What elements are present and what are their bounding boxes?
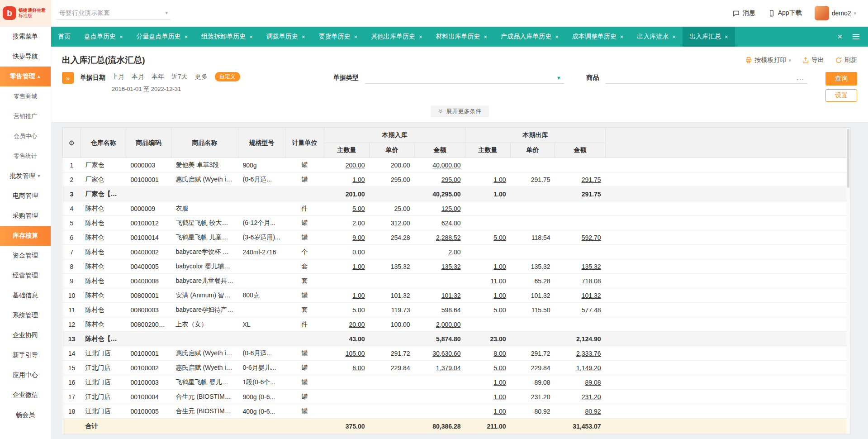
tab-close-icon[interactable]: × bbox=[725, 34, 728, 40]
drilldown-link[interactable]: 1.00 bbox=[352, 263, 365, 270]
tab-首页[interactable]: 首页 bbox=[51, 27, 77, 47]
header-unit[interactable]: 计量单位 bbox=[285, 128, 324, 158]
drilldown-link[interactable]: 6.00 bbox=[352, 364, 365, 372]
header-out-price[interactable]: 单价 bbox=[511, 143, 555, 158]
table-row[interactable]: 12陈村仓008002000...上衣（女）XL件20.00100.002,00… bbox=[63, 317, 850, 332]
table-row[interactable]: 1厂家仓0000003爱他美 卓萃3段900g罐200.00200.0040,0… bbox=[63, 158, 850, 172]
header-out-amount[interactable]: 金额 bbox=[555, 143, 606, 158]
tab-close-icon[interactable]: × bbox=[249, 34, 253, 40]
tab-出入库汇总[interactable]: 出入库汇总× bbox=[683, 27, 735, 47]
vertical-scrollbar[interactable] bbox=[846, 128, 850, 434]
tab-close-icon[interactable]: × bbox=[419, 34, 422, 40]
table-summary-row[interactable]: 3厂家仓【小...201.0040,295.001.00291.75 bbox=[63, 187, 850, 201]
refresh-button[interactable]: 刷新 bbox=[835, 56, 857, 64]
table-row[interactable]: 9陈村仓00400008babycare儿童餐具 婴...套11.0065.28… bbox=[63, 274, 850, 288]
doc-type-select[interactable]: ▼ bbox=[365, 72, 564, 84]
app-download-button[interactable]: App下载 bbox=[768, 9, 802, 17]
search-button[interactable]: 查询 bbox=[825, 72, 857, 86]
header-out-qty[interactable]: 主数量 bbox=[465, 143, 511, 158]
drilldown-link[interactable]: 1.00 bbox=[352, 176, 365, 183]
tab-成本调整单历史[interactable]: 成本调整单历史× bbox=[565, 27, 631, 47]
sidebar-item-经营管理[interactable]: 经营管理 bbox=[0, 266, 51, 286]
tab-分量盘点单历史[interactable]: 分量盘点单历史× bbox=[130, 27, 195, 47]
drilldown-link[interactable]: 624.00 bbox=[441, 220, 461, 227]
drilldown-link[interactable]: 718.08 bbox=[582, 277, 601, 285]
sidebar-item-营销推广[interactable]: 营销推广 bbox=[0, 106, 51, 126]
drilldown-link[interactable]: 592.70 bbox=[582, 234, 601, 241]
sidebar-item-系统管理[interactable]: 系统管理 bbox=[0, 305, 51, 325]
header-code[interactable]: 商品编码 bbox=[126, 128, 171, 158]
drilldown-link[interactable]: 2.00 bbox=[352, 220, 365, 227]
header-in-qty[interactable]: 主数量 bbox=[324, 143, 370, 158]
table-row[interactable]: 8陈村仓00400005babycolor 婴儿辅食机...套1.00135.3… bbox=[63, 259, 850, 274]
table-row[interactable]: 14江北门店00100001惠氏启赋 (Wyeth illu...(0-6月适.… bbox=[63, 346, 850, 361]
header-in-amount[interactable]: 金额 bbox=[415, 143, 465, 158]
table-row[interactable]: 6陈村仓00100014飞鹤星飞帆 儿童奶粉 4...(3-6岁适用)...罐9… bbox=[63, 230, 850, 245]
tab-产成品入库单历史[interactable]: 产成品入库单历史× bbox=[494, 27, 565, 47]
drilldown-link[interactable]: 1.00 bbox=[493, 393, 506, 401]
tab-close-icon[interactable]: × bbox=[672, 34, 676, 40]
header-name[interactable]: 商品名称 bbox=[171, 128, 238, 158]
tab-盘点单历史[interactable]: 盘点单历史× bbox=[77, 27, 130, 47]
sidebar-item-零售商城[interactable]: 零售商城 bbox=[0, 86, 51, 106]
sidebar-item-企业协同[interactable]: 企业协同 bbox=[0, 325, 51, 345]
drilldown-link[interactable]: 5.00 bbox=[493, 364, 506, 372]
drilldown-link[interactable]: 1.00 bbox=[493, 379, 506, 386]
tab-close-icon[interactable]: × bbox=[302, 34, 305, 40]
sidebar-item-零售统计[interactable]: 零售统计 bbox=[0, 146, 51, 166]
sidebar-item-搜索菜单[interactable]: 搜索菜单 bbox=[0, 27, 51, 47]
sidebar-item-会员中心[interactable]: 会员中心 bbox=[0, 126, 51, 146]
table-row[interactable]: 17江北门店00100004合生元 (BIOSTIME) ...900g (0-… bbox=[63, 390, 850, 404]
tab-材料出库单历史[interactable]: 材料出库单历史× bbox=[429, 27, 494, 47]
close-all-tabs-icon[interactable]: × bbox=[837, 33, 842, 41]
table-row[interactable]: 10陈村仓00800001安满 (Anmum) 智孕...800克罐1.0010… bbox=[63, 288, 850, 303]
drilldown-link[interactable]: 125.00 bbox=[441, 205, 461, 212]
expand-more-conditions[interactable]: 展开更多条件 bbox=[431, 105, 489, 117]
tab-list-menu-icon[interactable] bbox=[852, 33, 860, 40]
sidebar-item-畅会员[interactable]: 畅会员 bbox=[0, 405, 51, 425]
sidebar-item-快捷导航[interactable]: 快捷导航 bbox=[0, 47, 51, 67]
settings-button[interactable]: 设置 bbox=[825, 89, 857, 102]
drilldown-link[interactable]: 5.00 bbox=[493, 306, 506, 314]
tab-其他出库单历史[interactable]: 其他出库单历史× bbox=[364, 27, 429, 47]
table-row[interactable]: 11陈村仓00800003babycare孕妇待产包 ...套5.00119.7… bbox=[63, 303, 850, 317]
gear-icon[interactable]: ⚙ bbox=[69, 139, 75, 147]
drilldown-link[interactable]: 1.00 bbox=[493, 408, 506, 415]
drilldown-link[interactable]: 89.08 bbox=[585, 379, 601, 386]
drilldown-link[interactable]: 5.00 bbox=[493, 234, 506, 241]
sidebar-item-应用中心[interactable]: 应用中心 bbox=[0, 365, 51, 385]
drilldown-link[interactable]: 8.00 bbox=[493, 350, 506, 357]
drilldown-link[interactable]: 598.64 bbox=[441, 306, 461, 314]
table-row[interactable]: 5陈村仓00100012飞鹤星飞帆 较大婴儿配...(6-12个月...罐2.0… bbox=[63, 216, 850, 230]
table-row[interactable]: 16江北门店00100003飞鹤星飞帆 婴儿配方奶...1段(0-6个...罐1… bbox=[63, 375, 850, 390]
sidebar-item-库存核算[interactable]: 库存核算 bbox=[0, 226, 51, 246]
drilldown-link[interactable]: 11.00 bbox=[491, 277, 506, 285]
date-option-this-month[interactable]: 本月 bbox=[132, 73, 144, 81]
tab-出入库流水[interactable]: 出入库流水× bbox=[630, 27, 683, 47]
drilldown-link[interactable]: 231.20 bbox=[582, 393, 601, 401]
tab-close-icon[interactable]: × bbox=[555, 34, 559, 40]
sidebar-item-资金管理[interactable]: 资金管理 bbox=[0, 246, 51, 266]
date-range-value[interactable]: 2016-01-01 至 2022-12-31 bbox=[112, 85, 240, 93]
sidebar-item-企业微信[interactable]: 企业微信 bbox=[0, 385, 51, 405]
tab-组装拆卸单历史[interactable]: 组装拆卸单历史× bbox=[194, 27, 260, 47]
table-row[interactable]: 18江北门店00100005合生元 (BIOSTIME) ...400g (0-… bbox=[63, 404, 850, 419]
table-row[interactable]: 15江北门店00100002惠氏启赋 (Wyeth illu...0-6月婴儿.… bbox=[63, 361, 850, 375]
tab-close-icon[interactable]: × bbox=[354, 34, 357, 40]
sidebar-item-基础信息[interactable]: 基础信息 bbox=[0, 286, 51, 305]
drilldown-link[interactable]: 1.00 bbox=[352, 292, 365, 299]
drilldown-link[interactable]: 2.00 bbox=[448, 248, 460, 256]
tab-调拨单历史[interactable]: 调拨单历史× bbox=[260, 27, 312, 47]
drilldown-link[interactable]: 105.00 bbox=[346, 350, 365, 357]
product-input[interactable]: ... bbox=[606, 72, 807, 84]
column-settings-header[interactable]: ⚙ bbox=[63, 128, 81, 158]
drilldown-link[interactable]: 2,333.76 bbox=[576, 350, 601, 357]
sidebar-item-零售管理[interactable]: 零售管理▲ bbox=[0, 67, 51, 86]
sidebar-item-电商管理[interactable]: 电商管理 bbox=[0, 186, 51, 206]
sidebar-item-新手引导[interactable]: 新手引导 bbox=[0, 345, 51, 365]
drilldown-link[interactable]: 295.00 bbox=[441, 176, 461, 183]
drilldown-link[interactable]: 1,379.04 bbox=[436, 364, 461, 372]
drilldown-link[interactable]: 135.32 bbox=[582, 263, 601, 270]
drilldown-link[interactable]: 30,630.60 bbox=[432, 350, 460, 357]
table-row[interactable]: 2厂家仓00100001惠氏启赋 (Wyeth illu...(0-6月适...… bbox=[63, 172, 850, 187]
